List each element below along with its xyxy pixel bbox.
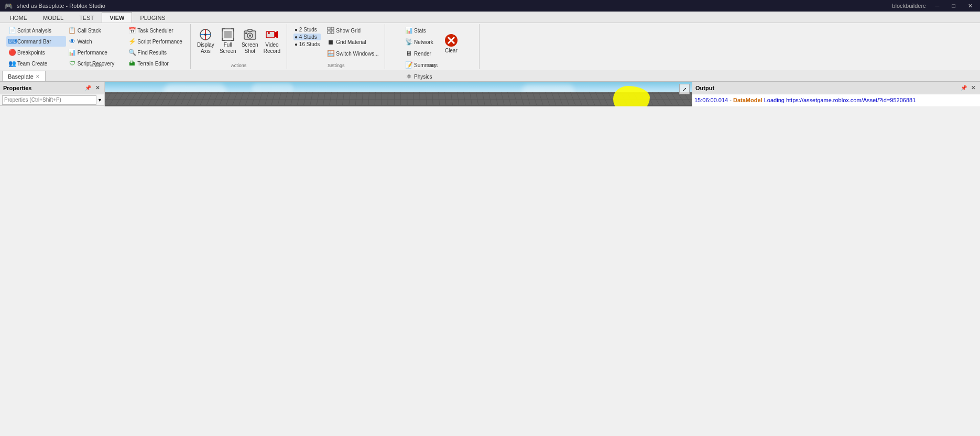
screen-shot-label: ScreenShot <box>242 42 258 54</box>
ribbon-item-display-axis[interactable]: DisplayAxis <box>195 25 216 57</box>
left-panel-header: Properties 📌 ✕ <box>0 82 104 94</box>
left-panel-pin-btn[interactable]: 📌 <box>84 84 92 92</box>
ribbon-item-screen-shot[interactable]: ScreenShot <box>239 25 260 57</box>
switch-windows-icon: 🪟 <box>327 50 334 57</box>
svg-point-13 <box>268 32 270 34</box>
ribbon-item-video-record[interactable]: VideoRecord <box>262 25 282 57</box>
performance-icon: 📊 <box>69 49 76 56</box>
properties-search-input[interactable] <box>2 95 96 105</box>
svg-marker-12 <box>275 31 278 38</box>
breakpoints-icon: 🔴 <box>8 49 16 56</box>
svg-rect-17 <box>331 31 334 34</box>
properties-dropdown-icon[interactable]: ▼ <box>97 97 102 103</box>
render-icon: 🖥 <box>405 50 412 57</box>
title-text: shed as Baseplate - Roblox Studio <box>17 3 105 9</box>
stud-2[interactable]: ● 2 Studs <box>293 26 321 33</box>
ribbon-item-task-scheduler[interactable]: 📅 Task Scheduler <box>126 25 186 36</box>
command-bar-label: Command Bar <box>17 39 51 45</box>
script-performance-icon: ⚡ <box>128 38 136 45</box>
stud-16[interactable]: ● 16 Studs <box>293 41 321 48</box>
tab-view[interactable]: VIEW <box>102 12 132 23</box>
close-btn[interactable]: ✕ <box>965 3 976 9</box>
ribbon-tabs: HOME MODEL TEST VIEW PLUGINS <box>0 12 980 23</box>
svg-rect-5 <box>224 31 232 38</box>
watch-icon: 👁 <box>69 38 76 45</box>
tab-home[interactable]: HOME <box>2 12 35 23</box>
stud-selector: ● 2 Studs ● 4 Studs ● 16 Studs <box>291 25 323 49</box>
find-results-icon: 🔍 <box>128 49 136 56</box>
stats-group-label: Stats <box>385 63 479 68</box>
ribbon-item-clear[interactable]: Clear <box>441 25 462 62</box>
ribbon-item-script-performance[interactable]: ⚡ Script Performance <box>126 36 186 47</box>
watch-label: Watch <box>78 39 92 45</box>
ribbon-item-performance[interactable]: 📊 Performance <box>67 47 126 58</box>
svg-rect-14 <box>328 27 330 30</box>
stats-label: Stats <box>414 28 426 34</box>
script-analysis-icon: 📄 <box>8 27 16 34</box>
maximize-btn[interactable]: □ <box>949 3 959 9</box>
ribbon-content: 📄 Script Analysis 📋 Call Stack 📅 Task Sc… <box>0 23 980 70</box>
screen-shot-icon <box>243 27 257 42</box>
svg-rect-11 <box>266 31 275 38</box>
display-axis-icon <box>198 27 213 42</box>
minimize-btn[interactable]: ─ <box>932 3 943 9</box>
right-panel-close-btn[interactable]: ✕ <box>970 84 977 92</box>
svg-rect-10 <box>245 32 247 34</box>
video-record-label: VideoRecord <box>264 42 280 54</box>
full-screen-label: FullScreen <box>220 42 236 54</box>
right-panel-pin-btn[interactable]: 📌 <box>960 84 967 92</box>
ribbon-item-watch[interactable]: 👁 Watch <box>67 36 126 47</box>
actions-group-label: Actions <box>191 63 287 68</box>
switch-windows-label: Switch Windows... <box>336 51 378 57</box>
viewport-ground <box>105 92 692 105</box>
show-group-label: Show <box>2 63 190 68</box>
right-panel: Output 📌 ✕ 15:06:00.014 - DataModel Load… <box>692 82 980 106</box>
ribbon-item-show-grid[interactable]: Show Grid <box>325 25 380 36</box>
ribbon-item-find-results[interactable]: 🔍 Find Results <box>126 47 186 58</box>
viewport-toolbar: ⤢ <box>679 84 690 94</box>
task-scheduler-label: Task Scheduler <box>137 28 173 34</box>
ribbon-group-actions: DisplayAxis FullScreen <box>191 24 287 69</box>
script-analysis-label: Script Analysis <box>17 28 51 34</box>
svg-rect-16 <box>328 31 330 34</box>
left-panel-title: Properties <box>3 85 31 91</box>
ribbon-item-call-stack[interactable]: 📋 Call Stack <box>67 25 126 36</box>
ribbon-item-full-screen[interactable]: FullScreen <box>217 25 238 57</box>
grid-material-icon: ◼ <box>327 38 334 46</box>
network-icon: 📡 <box>405 38 412 46</box>
ribbon-item-switch-windows[interactable]: 🪟 Switch Windows... <box>325 48 380 59</box>
left-panel-close-btn[interactable]: ✕ <box>94 84 101 92</box>
svg-rect-7 <box>248 29 252 31</box>
output-line-1: 15:06:00.014 - DataModel Loading https:/… <box>694 96 978 104</box>
clear-icon <box>444 33 459 48</box>
left-panel: Properties 📌 ✕ ▼ <box>0 82 105 106</box>
viewport: ⤢ <box>105 82 692 106</box>
show-grid-label: Show Grid <box>336 28 361 34</box>
ribbon-item-command-bar[interactable]: ⌨ Command Bar <box>6 36 66 47</box>
settings-group-label: Settings <box>287 63 385 68</box>
full-screen-icon <box>221 27 235 42</box>
physics-label: Physics <box>414 74 432 80</box>
ribbon-item-script-analysis[interactable]: 📄 Script Analysis <box>6 25 66 36</box>
tab-plugins[interactable]: PLUGINS <box>132 12 173 23</box>
command-bar-icon: ⌨ <box>8 38 16 45</box>
performance-label: Performance <box>78 50 107 56</box>
ribbon-item-stats[interactable]: 📊 Stats <box>403 25 439 36</box>
ribbon-item-network[interactable]: 📡 Network <box>403 37 439 47</box>
ribbon-item-breakpoints[interactable]: 🔴 Breakpoints <box>6 47 66 58</box>
output-message: Loading https://assetgame.roblox.com/Ass… <box>764 97 916 103</box>
properties-search-bar: ▼ <box>0 94 104 106</box>
viewport-maximize-btn[interactable]: ⤢ <box>679 84 690 94</box>
output-timestamp: 15:06:00.014 <box>694 97 728 103</box>
stud-4[interactable]: ● 4 Studs <box>293 34 321 40</box>
tab-model[interactable]: MODEL <box>35 12 71 23</box>
viewport-sky <box>105 82 692 93</box>
network-label: Network <box>414 39 433 45</box>
ribbon-item-grid-material[interactable]: ◼ Grid Material <box>325 37 380 47</box>
right-panel-header: Output 📌 ✕ <box>692 82 980 94</box>
right-panel-title: Output <box>695 85 714 91</box>
tab-test[interactable]: TEST <box>71 12 102 23</box>
grid-material-label: Grid Material <box>336 39 366 45</box>
ribbon-item-physics[interactable]: ⚛ Physics <box>403 71 439 82</box>
ribbon-item-render[interactable]: 🖥 Render <box>403 48 439 59</box>
